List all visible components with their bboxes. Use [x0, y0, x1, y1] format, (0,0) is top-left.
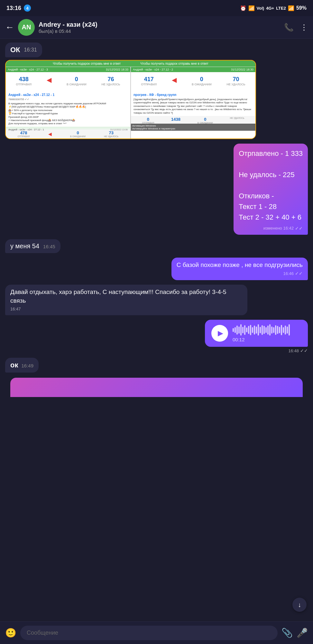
sc-group-4: прогрев - КФ - бренд групп	[133, 93, 253, 97]
msg-time-7: 16:49	[21, 363, 33, 368]
sc-sent-label-2: ОТПРАВИЛ	[141, 83, 157, 86]
big-message-bubble: Отрпавлено - 1 333 Не удалось - 225 Откл…	[234, 144, 308, 235]
input-bar: 🙂 📎 🎤	[0, 621, 313, 644]
lte-icon: LTE2	[276, 6, 286, 11]
back-button[interactable]: ←	[5, 22, 14, 33]
message-bubble-1: ОК 16:31 Чтобы получить подарок отправь …	[5, 43, 256, 139]
sc-f-pending-3: 0	[70, 130, 86, 135]
message-row-2: Отрпавлено - 1 333 Не удалось - 225 Откл…	[5, 144, 308, 235]
msg-text-5: Давай отдыхать, харэ работать, С наступа…	[10, 288, 242, 305]
ok-text: ОК 16:31	[5, 43, 42, 57]
msg-text-4: С базой похоже позже , не все подгрузили…	[177, 261, 303, 270]
sc-f-sent-4: 0	[142, 117, 154, 122]
sc-date-1: 31/12/2022 18:33	[106, 68, 128, 71]
message-row-7: ок 16:49	[5, 358, 308, 373]
waveform	[233, 324, 301, 336]
contact-name: Andrey - кази (х24)	[39, 21, 284, 28]
sc-failed-label-2: НЕ УДАЛОСЬ	[227, 83, 245, 86]
sc-failed-label-1: НЕ УДАЛОСЬ	[102, 83, 120, 86]
voice-message-bubble: ▶ 00:12 16:48 ✓✓	[205, 320, 308, 353]
sc-failed-2: 70	[227, 76, 245, 83]
alarm-icon: ⏰	[240, 5, 246, 11]
header-info: Andrey - кази (х24) был(а) в 05:44	[39, 21, 284, 34]
sc-failed-1: 76	[102, 76, 120, 83]
message-row-4: С базой похоже позже , не все подгрузили…	[5, 258, 308, 280]
sc-phone-3: 79060330755 ✓✓	[8, 98, 128, 101]
bottom-teaser	[10, 378, 303, 397]
voice-duration: 00:12	[233, 337, 301, 342]
msg-time-4: 16:46 ✓✓	[177, 270, 303, 277]
ok-last-bubble: ок 16:49	[5, 358, 39, 373]
avatar: AN	[18, 19, 35, 36]
scroll-down-button[interactable]: ↓	[292, 598, 307, 612]
status-left: 13:16 4	[6, 5, 31, 12]
message-row-5: Давай отдыхать, харэ работать, С наступа…	[5, 285, 308, 315]
msg-time-2: изменено 16:42 ✓✓	[234, 226, 308, 235]
chat-area: ОК 16:31 Чтобы получить подарок отправь …	[0, 39, 313, 644]
play-icon: ▶	[218, 329, 223, 337]
time: 13:16	[6, 5, 21, 12]
sc-f-val2-4: 1438	[171, 117, 180, 122]
sc-date-2: 31/12/2022 18:30	[231, 68, 253, 71]
windows-overlay: Активация WindowsАктивируйте Windows в п…	[131, 124, 255, 131]
message-row-8	[5, 378, 308, 397]
attach-button[interactable]: 📎	[281, 628, 293, 638]
msg-time-3: 16:45	[43, 244, 55, 249]
emoji-button[interactable]: 🙂	[5, 628, 16, 638]
last-seen: был(а) в 05:44	[39, 28, 284, 34]
big-msg-text: Отрпавлено - 1 333 Не удалось - 225 Откл…	[234, 144, 308, 224]
msg-text-3: у меня 54	[10, 242, 39, 250]
mic-button[interactable]: 🎤	[297, 628, 308, 638]
sc-group-2: Андрей - каЗи - х24 - 27.12 - 2	[133, 68, 173, 71]
sc-pending-2: 0	[192, 76, 212, 83]
message-input[interactable]	[20, 626, 278, 640]
voice-msg-time: 16:48 ✓✓	[205, 348, 308, 353]
message-row: ОК 16:31 Чтобы получить подарок отправь …	[5, 43, 308, 139]
header-actions: 📞 ⋮	[284, 23, 308, 32]
sc-sent-label-1: ОТПРАВИЛ	[16, 83, 32, 86]
sc-text-3: В преддверии нового года, мы хотим сдела…	[8, 102, 128, 126]
more-options-button[interactable]: ⋮	[300, 23, 308, 32]
bubble-3: у меня 54 16:45	[5, 239, 60, 253]
sc-group-1: Андрей - каЗи - х24 - 27.12 - 3	[8, 68, 48, 71]
checkmarks-4: ✓✓	[295, 270, 303, 277]
message-row-3: у меня 54 16:45	[5, 239, 308, 253]
status-right: ⏰ 📶 Vol) 4G+ LTE2 📶 59%	[240, 5, 307, 11]
msg-time-5: 16:47	[10, 306, 242, 312]
battery-icon: 59%	[296, 5, 307, 11]
signal-icon: 📶	[248, 5, 255, 11]
play-button[interactable]: ▶	[211, 325, 228, 342]
sc-text-4: [Здравствуйте!День добрый!Приветствую!До…	[133, 98, 253, 115]
call-button[interactable]: 📞	[284, 23, 294, 32]
sc-f-failed-3: 73	[104, 130, 118, 135]
signal2-icon: 📶	[288, 5, 294, 11]
notification-badge: 4	[24, 5, 31, 12]
sc-sent-2: 417	[141, 76, 157, 83]
sc-f-pending-4: 0	[198, 117, 213, 122]
sc-sent-1: 438	[16, 76, 32, 83]
message-row-6: ▶ 00:12 16:48 ✓✓	[5, 320, 308, 353]
checkmarks-2: ✓✓	[295, 226, 303, 231]
4g-icon: 4G+	[266, 6, 274, 11]
bubble-4: С базой похоже позже , не все подгрузили…	[171, 258, 308, 280]
sc-pending-1: 0	[67, 76, 87, 83]
sc-pending-label-1: В ОЖИДАНИИ	[67, 83, 87, 86]
bubble-5: Давай отдыхать, харэ работать, С наступа…	[5, 285, 247, 315]
msg-text-7: ок	[10, 361, 18, 369]
sc-f-sent-3: 478	[18, 130, 30, 135]
sc-pending-label-2: В ОЖИДАНИИ	[192, 83, 212, 86]
vol-icon: Vol)	[257, 6, 264, 11]
sc-group-3: Андрей - каЗи - х24 - 27.12 - 1	[8, 93, 128, 97]
chat-header: ← AN Andrey - кази (х24) был(а) в 05:44 …	[0, 16, 313, 39]
status-bar: 13:16 4 ⏰ 📶 Vol) 4G+ LTE2 📶 59%	[0, 0, 313, 16]
checkmarks-6: ✓✓	[300, 348, 308, 353]
